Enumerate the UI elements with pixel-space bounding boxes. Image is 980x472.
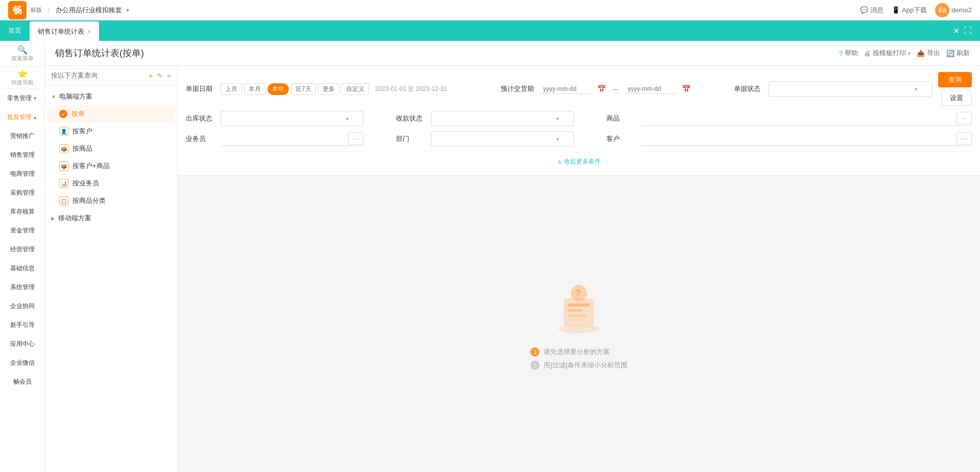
- sidebar-quick-nav[interactable]: ⭐ 快捷导航: [0, 67, 44, 89]
- brand-logo: 畅: [8, 1, 27, 19]
- workspace-dropdown-icon[interactable]: ▾: [126, 7, 129, 14]
- refresh-icon: 🔄: [946, 50, 954, 57]
- message-icon: 💬: [860, 6, 868, 14]
- date-btn-last-month[interactable]: 上月: [220, 83, 242, 95]
- sidebar-item-operations[interactable]: 经营管理: [0, 240, 44, 259]
- sidebar-item-retail[interactable]: 零售管理 ▼: [0, 89, 44, 108]
- sidebar-item-inventory[interactable]: 库存核算: [0, 202, 44, 221]
- department-chevron: ▾: [556, 136, 559, 142]
- settings-btn[interactable]: 设置: [941, 90, 972, 106]
- query-btn[interactable]: 查询: [938, 72, 972, 87]
- scheme-item-bycustomer[interactable]: 👤 按客户: [47, 123, 175, 140]
- sidebar-item-sales[interactable]: 销售管理: [0, 146, 44, 164]
- scheme-item-bysalesperson[interactable]: 📊 按业务员: [47, 175, 175, 192]
- export-btn[interactable]: 📤 导出: [917, 49, 940, 58]
- date-btn-more[interactable]: 更多: [318, 83, 339, 95]
- sidebar-item-member[interactable]: 畅会员: [0, 372, 44, 391]
- date-shortcuts: 上月 本月 本年 近7天 更多 自定义: [220, 83, 369, 95]
- window-expand-btn[interactable]: ⛶: [964, 26, 972, 36]
- workspace-title: 办公用品行业模拟账套: [56, 6, 122, 15]
- left-panel-header: 按以下方案查询 + ✎ «: [45, 66, 177, 86]
- tab-sales-order[interactable]: 销售订单统计表 ×: [30, 21, 99, 42]
- tip-num-1: 1: [530, 347, 540, 357]
- scheme-item-bycustomergoods[interactable]: 📦 按客户+商品: [47, 157, 175, 175]
- department-select[interactable]: ▾: [431, 131, 574, 147]
- sidebar-item-enterprise[interactable]: 企业协同: [0, 297, 44, 316]
- page-header: 销售订单统计表(按单) ? 帮助 🖨 按模板打印 ▾ 📤 导出 🔄 刷新: [45, 41, 980, 66]
- svg-rect-4: [568, 315, 586, 317]
- sidebar-item-guide[interactable]: 新手引导: [0, 316, 44, 335]
- empty-state: ? 1 请先选择要分析的方案 2 用[过滤]条件来缩小分析范围: [530, 278, 627, 370]
- sidebar-item-finance[interactable]: 资金管理: [0, 221, 44, 240]
- app-download-btn[interactable]: 📱 App下载: [892, 6, 927, 15]
- edit-scheme-btn[interactable]: ✎: [157, 72, 163, 80]
- date-btn-this-year[interactable]: 本年: [267, 83, 289, 95]
- collapse-btn[interactable]: ∧ 收起更多条件: [186, 154, 972, 169]
- goods-dots-btn[interactable]: ···: [957, 112, 972, 124]
- top-bar-right: 💬 消息 📱 App下载 Ea demo2: [860, 3, 972, 17]
- export-icon: 📤: [917, 50, 925, 57]
- filter-section: 单据日期 上月 本月 本年 近7天 更多 自定义 2023-01-01 至 20…: [178, 66, 980, 176]
- window-close-btn[interactable]: ✕: [953, 26, 960, 36]
- right-panel: 单据日期 上月 本月 本年 近7天 更多 自定义 2023-01-01 至 20…: [178, 66, 980, 472]
- salesperson-dots-btn[interactable]: ···: [348, 132, 363, 145]
- scheme-icon-bygoodscategory: 📋: [59, 196, 68, 205]
- expected-date-start[interactable]: [540, 84, 591, 94]
- svg-rect-1: [564, 298, 594, 326]
- group-label-mobile: 移动端方案: [58, 214, 91, 223]
- refresh-btn[interactable]: 🔄 刷新: [946, 49, 970, 58]
- scheme-group-desktop[interactable]: ▼ 电脑端方案: [45, 88, 177, 105]
- print-icon: 🖨: [864, 50, 871, 57]
- filter-row-1: 单据日期 上月 本月 本年 近7天 更多 自定义 2023-01-01 至 20…: [186, 72, 972, 106]
- sidebar-item-marketing[interactable]: 营销推广: [0, 127, 44, 146]
- date-range-display: 2023-01-01 至 2023-12-31: [375, 85, 447, 93]
- ship-status-select[interactable]: ▾: [220, 111, 363, 126]
- help-btn[interactable]: ? 帮助: [839, 49, 858, 58]
- calendar-start-icon[interactable]: 📅: [597, 85, 606, 93]
- scheme-icon-bysalesperson: 📊: [59, 179, 68, 188]
- scheme-icon-bygoods: 📦: [59, 144, 68, 153]
- salesperson-input-wrap: ···: [220, 132, 363, 146]
- collapse-bar: ∧ 收起更多条件: [186, 152, 972, 169]
- tip-num-2: 2: [530, 361, 540, 370]
- ship-status-label: 出库状态: [186, 114, 214, 123]
- pay-status-select[interactable]: ▾: [431, 111, 574, 126]
- date-btn-7days[interactable]: 近7天: [291, 83, 316, 95]
- collapse-panel-btn[interactable]: «: [167, 72, 171, 80]
- status-select[interactable]: ▾: [769, 81, 932, 97]
- sidebar-item-purchase[interactable]: 采购管理: [0, 183, 44, 202]
- tab-close-icon[interactable]: ×: [87, 28, 91, 35]
- print-btn[interactable]: 🖨 按模板打印 ▾: [864, 49, 911, 58]
- goods-label: 商品: [606, 114, 635, 123]
- customer-input-wrap: ···: [641, 132, 972, 146]
- svg-text:?: ?: [576, 289, 580, 297]
- scheme-item-bygoods[interactable]: 📦 按商品: [47, 140, 175, 157]
- sidebar-item-appcenter[interactable]: 应用中心: [0, 335, 44, 353]
- ship-status-chevron: ▾: [346, 116, 349, 122]
- expected-date-end[interactable]: [625, 84, 676, 94]
- user-profile[interactable]: Ea demo2: [935, 3, 972, 17]
- salesperson-label: 业务员: [186, 134, 214, 144]
- scheme-item-byorder[interactable]: ✓ 按单: [47, 105, 175, 123]
- calendar-end-icon[interactable]: 📅: [682, 85, 691, 93]
- scheme-item-bygoodscategory[interactable]: 📋 按商品分类: [47, 192, 175, 209]
- scheme-icon-bycustomer: 👤: [59, 127, 68, 136]
- date-btn-custom[interactable]: 自定义: [341, 83, 369, 95]
- sidebar-item-wholesale[interactable]: 批发管理 ▲: [0, 108, 44, 127]
- help-icon: ?: [839, 50, 843, 57]
- add-scheme-btn[interactable]: +: [149, 72, 153, 80]
- message-btn[interactable]: 💬 消息: [860, 6, 884, 15]
- goods-input-wrap: ···: [641, 112, 972, 126]
- top-bar: 畅 标版 | 办公用品行业模拟账套 ▾ 💬 消息 📱 App下载 Ea demo…: [0, 0, 980, 20]
- sidebar-search[interactable]: 🔍 搜索菜单: [0, 41, 44, 67]
- sidebar-item-basic[interactable]: 基础信息: [0, 259, 44, 278]
- sidebar-item-corpwechat[interactable]: 企业微信: [0, 353, 44, 372]
- customer-dots-btn[interactable]: ···: [957, 132, 972, 145]
- tab-home[interactable]: 首页: [0, 20, 30, 41]
- left-panel: 按以下方案查询 + ✎ « ▼ 电脑端方案 ✓ 按单: [45, 66, 178, 472]
- sidebar-item-system[interactable]: 系统管理: [0, 278, 44, 297]
- sidebar-item-ecommerce[interactable]: 电商管理: [0, 164, 44, 183]
- tab-bar-actions: ✕ ⛶: [953, 26, 972, 36]
- date-btn-this-month[interactable]: 本月: [244, 83, 265, 95]
- scheme-group-mobile[interactable]: ▶ 移动端方案: [45, 209, 177, 227]
